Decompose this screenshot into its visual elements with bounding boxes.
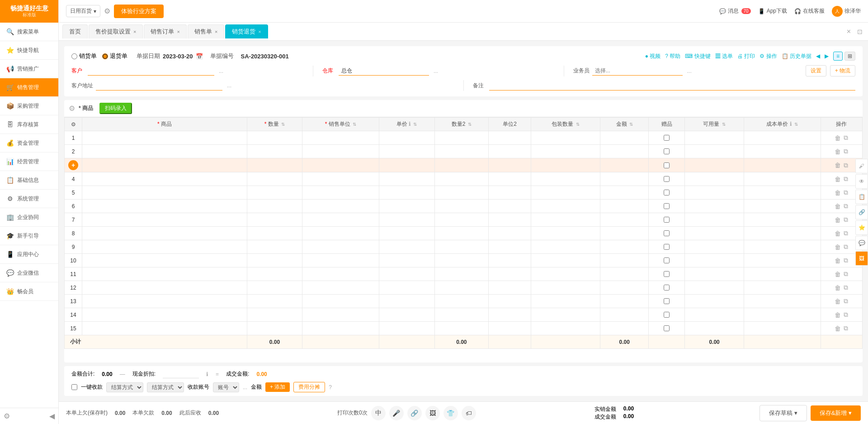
avail-cell-11[interactable]: [685, 267, 744, 281]
price-cell-2[interactable]: [379, 145, 434, 158]
gift-checkbox-12[interactable]: [664, 285, 670, 291]
avail-sort-icon[interactable]: ⇅: [722, 122, 726, 127]
avail-cell-15[interactable]: [685, 322, 744, 335]
unit-cell-6[interactable]: [302, 200, 379, 213]
gift-checkbox-13[interactable]: [664, 298, 670, 304]
tab-close-sales-order[interactable]: ×: [177, 29, 179, 34]
pkg-cell-13[interactable]: [531, 295, 600, 308]
price-cell-6[interactable]: [379, 200, 434, 213]
price-cell-11[interactable]: [379, 267, 434, 281]
qty2-cell-12[interactable]: [434, 281, 489, 295]
shortcut-link[interactable]: ⌨ 快捷键: [685, 52, 710, 60]
tab-close-sales-return[interactable]: ×: [258, 29, 261, 34]
delete-btn-9[interactable]: 🗑: [835, 243, 841, 251]
delete-btn-8[interactable]: 🗑: [835, 230, 841, 237]
price-cell-4[interactable]: [379, 172, 434, 186]
side-action-1[interactable]: 🖋: [855, 159, 868, 173]
tab-sales-delivery[interactable]: 销售单×: [188, 24, 224, 38]
info-icon-discount[interactable]: ℹ: [206, 371, 208, 377]
download-item[interactable]: 📱 App下载: [758, 7, 787, 15]
qty2-cell-13[interactable]: [434, 295, 489, 308]
calendar-icon[interactable]: 📅: [196, 53, 203, 60]
qty2-cell-10[interactable]: [434, 254, 489, 267]
category-select[interactable]: 日用百货 ▾: [66, 5, 100, 17]
tab-close-sales-price[interactable]: ×: [133, 29, 136, 34]
link-icon[interactable]: 🔗: [407, 406, 422, 420]
sidebar-item-wechat[interactable]: 💬企业微信: [0, 264, 58, 282]
unit2-cell-9[interactable]: [489, 240, 531, 254]
avail-cell-13[interactable]: [685, 295, 744, 308]
gift-checkbox-10[interactable]: [664, 257, 670, 263]
unit-cell-14[interactable]: [302, 308, 379, 322]
unit2-cell-11[interactable]: [489, 267, 531, 281]
gift-cell-6[interactable]: [649, 200, 685, 213]
gift-cell-13[interactable]: [649, 295, 685, 308]
th-settings[interactable]: ⚙: [65, 118, 82, 131]
gift-checkbox-11[interactable]: [664, 271, 670, 277]
unit2-cell-7[interactable]: [489, 213, 531, 227]
gift-cell-15[interactable]: [649, 322, 685, 335]
calc-method-select2[interactable]: 结算方式: [147, 382, 184, 392]
radio-sales-input[interactable]: [71, 53, 77, 59]
amount-cell-15[interactable]: [600, 322, 649, 335]
cost-cell-1[interactable]: [744, 131, 821, 145]
sidebar-item-finance[interactable]: 💰资金管理: [0, 134, 58, 152]
gift-checkbox-6[interactable]: [664, 203, 670, 209]
unit-cell-3[interactable]: [302, 158, 379, 172]
sidebar-item-search[interactable]: 🔍搜索菜单: [0, 23, 58, 41]
cost-cell-11[interactable]: [744, 267, 821, 281]
cost-cell-10[interactable]: [744, 254, 821, 267]
avail-cell-4[interactable]: [685, 172, 744, 186]
side-action-3[interactable]: 📋: [855, 190, 868, 204]
tab-sales-price[interactable]: 售价提取设置×: [89, 24, 143, 38]
cost-cell-5[interactable]: [744, 186, 821, 200]
draft-btn[interactable]: 保存草稿 ▾: [760, 405, 807, 421]
product-cell-3[interactable]: [82, 158, 247, 172]
price-cell-9[interactable]: [379, 240, 434, 254]
unit2-cell-15[interactable]: [489, 322, 531, 335]
unit2-cell-5[interactable]: [489, 186, 531, 200]
qty2-cell-8[interactable]: [434, 227, 489, 240]
add-payment-btn[interactable]: + 添加: [265, 382, 290, 392]
gift-cell-8[interactable]: [649, 227, 685, 240]
cost-cell-6[interactable]: [744, 200, 821, 213]
copy-btn-7[interactable]: ⧉: [844, 216, 848, 224]
gift-checkbox-4[interactable]: [664, 176, 670, 182]
save-btn[interactable]: 保存&新增 ▾: [811, 405, 861, 421]
unit-cell-5[interactable]: [302, 186, 379, 200]
sidebar-item-basic[interactable]: 📋基础信息: [0, 171, 58, 190]
amount-cell-14[interactable]: [600, 308, 649, 322]
delete-btn-1[interactable]: 🗑: [835, 134, 841, 142]
sidebar-item-member[interactable]: 👑畅会员: [0, 282, 58, 301]
select-link[interactable]: ☰ 选单: [715, 52, 733, 60]
message-item[interactable]: 💬 消息 70: [719, 7, 751, 15]
qty-cell-3[interactable]: [247, 158, 302, 172]
copy-btn-9[interactable]: ⧉: [844, 243, 848, 251]
mic-icon[interactable]: 🎤: [389, 406, 404, 420]
product-cell-10[interactable]: [82, 254, 247, 267]
product-cell-9[interactable]: [82, 240, 247, 254]
amount-cell-5[interactable]: [600, 186, 649, 200]
qty-cell-7[interactable]: [247, 213, 302, 227]
window-maximize-btn[interactable]: ⊡: [855, 28, 864, 35]
address-input[interactable]: [96, 81, 222, 91]
radio-return[interactable]: 退货单: [102, 52, 127, 60]
cost-cell-9[interactable]: [744, 240, 821, 254]
cost-cell-4[interactable]: [744, 172, 821, 186]
pkg-cell-1[interactable]: [531, 131, 600, 145]
pkg-cell-15[interactable]: [531, 322, 600, 335]
copy-btn-2[interactable]: ⧉: [844, 148, 848, 155]
salesperson-more[interactable]: ...: [687, 68, 692, 74]
gift-cell-14[interactable]: [649, 308, 685, 322]
copy-btn-10[interactable]: ⧉: [844, 257, 848, 264]
shirt-icon[interactable]: 👕: [443, 406, 458, 420]
delete-btn-13[interactable]: 🗑: [835, 298, 841, 305]
qty-cell-9[interactable]: [247, 240, 302, 254]
cost-cell-13[interactable]: [744, 295, 821, 308]
product-cell-1[interactable]: [82, 131, 247, 145]
unit-sort-icon[interactable]: ⇅: [353, 122, 356, 127]
pkg-cell-3[interactable]: [531, 158, 600, 172]
collapse-icon[interactable]: ◀: [49, 412, 55, 420]
pkg-cell-7[interactable]: [531, 213, 600, 227]
sidebar-item-purchase[interactable]: 📦采购管理: [0, 97, 58, 115]
